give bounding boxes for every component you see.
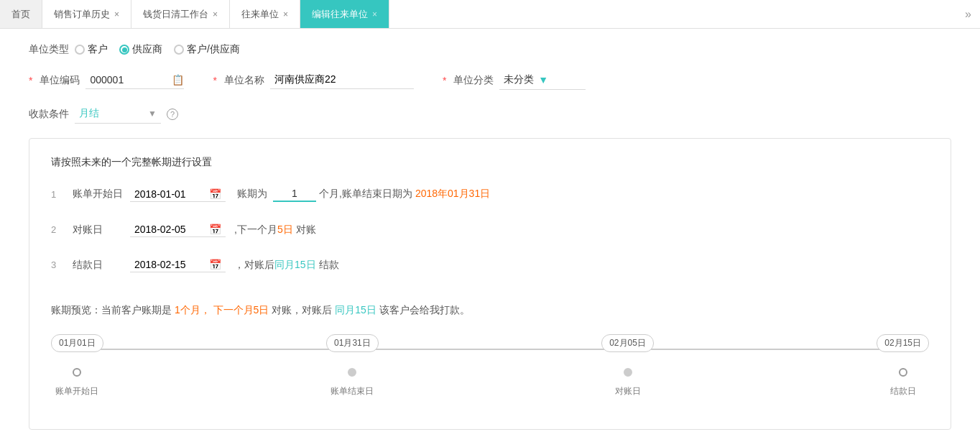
tab-expand-button[interactable]: » [956, 0, 980, 28]
payment-terms-value: 月结 [79, 107, 145, 120]
unit-class-select[interactable]: 未分类 ▼ [499, 70, 586, 90]
preview-reconcile: 下一个月5日 [213, 304, 269, 316]
tab-bar: 首页 销售订单历史 × 钱货日清工作台 × 往来单位 × 编辑往来单位 × » [0, 0, 980, 29]
payment-terms-label: 收款条件 [29, 108, 69, 121]
tab-edit-partner-unit[interactable]: 编辑往来单位 × [300, 0, 389, 28]
payment-terms-select[interactable]: 月结 ▼ [75, 104, 161, 124]
payment-terms-group: 收款条件 月结 ▼ ? [29, 104, 178, 124]
row-3-desc-before: ，对账后 [234, 259, 274, 272]
tab-edit-partner-unit-label: 编辑往来单位 [312, 8, 368, 21]
row-1-num: 1 [51, 189, 73, 200]
preview-section: 账期预览：当前客户账期是 1个月， 下一个月5日 对账，对账后 同月15日 该客… [51, 293, 929, 412]
unit-type-label: 单位类型 [29, 43, 69, 56]
row-3-calendar-icon[interactable]: 📅 [209, 259, 221, 270]
unit-name-required: * [213, 75, 216, 86]
setting-row-2: 2 对账日 📅 ,下一个月 5日 对账 [51, 222, 929, 237]
payment-terms-help-icon[interactable]: ? [167, 109, 178, 120]
expand-icon: » [965, 8, 971, 21]
row-2-calendar-icon[interactable]: 📅 [209, 224, 221, 235]
tab-home[interactable]: 首页 [0, 0, 42, 28]
radio-customer[interactable]: 客户 [75, 43, 108, 56]
unit-code-icon[interactable]: 📋 [172, 74, 184, 86]
unit-class-label: 单位分类 [453, 74, 494, 87]
unit-name-input[interactable] [270, 71, 414, 89]
radio-supplier-label: 供应商 [132, 43, 162, 56]
unit-code-required: * [29, 75, 32, 86]
row-3-highlight: 同月15日 [274, 259, 316, 272]
row-2-num: 2 [51, 224, 73, 235]
timeline-sublabel-3: 结款日 [890, 385, 916, 397]
unit-type-radio-group: 客户 供应商 客户/供应商 [75, 43, 240, 56]
tab-partner-unit-label: 往来单位 [241, 8, 279, 21]
preview-label: 账期预览：当前客户账期是 [51, 304, 172, 316]
unit-name-label: 单位名称 [224, 74, 264, 87]
radio-supplier-circle [119, 45, 129, 55]
timeline-node-2: 02月05日 对账日 [601, 334, 654, 397]
timeline-sublabel-1: 账单结束日 [330, 385, 374, 397]
radio-both-circle [174, 45, 184, 55]
row-1-end-date: 2018年01月31日 [415, 188, 490, 201]
row-1-period-input[interactable] [273, 186, 316, 202]
tab-home-label: 首页 [11, 8, 30, 21]
unit-class-required: * [443, 75, 446, 86]
unit-class-group: * 单位分类 未分类 ▼ [443, 70, 586, 90]
row-1-period-unit: 个月,账单结束日期为 [319, 188, 412, 201]
timeline-dot-1 [348, 368, 356, 377]
radio-customer-circle [75, 45, 85, 55]
timeline: 01月01日 账单开始日 01月31日 账单结束日 02月05日 对账日 [51, 334, 929, 412]
row-2-date-field[interactable] [134, 224, 206, 235]
preview-period: 1个月， [175, 304, 211, 316]
row-3-date-input: 📅 [130, 257, 226, 272]
unit-code-label: 单位编码 [40, 74, 80, 87]
row-3-date-field[interactable] [134, 259, 206, 270]
row-2-highlight: 5日 [277, 224, 293, 236]
close-cash-work-icon[interactable]: × [213, 9, 218, 19]
unit-type-group: 单位类型 客户 供应商 客户/供应商 [29, 43, 240, 56]
row-1-calendar-icon[interactable]: 📅 [209, 188, 221, 200]
close-sales-order-history-icon[interactable]: × [114, 9, 119, 19]
row-1-date-field[interactable] [134, 188, 206, 200]
timeline-label-2: 02月05日 [601, 334, 654, 352]
timeline-sublabel-0: 账单开始日 [55, 385, 98, 397]
unit-code-input[interactable] [85, 71, 172, 88]
row-2-desc-after: 对账 [296, 224, 316, 236]
preview-text: 账期预览：当前客户账期是 1个月， 下一个月5日 对账，对账后 同月15日 该客… [51, 304, 929, 317]
settings-panel: 请按照未来的一个完整帐期进行设置 1 账单开始日 📅 账期为 个月,账单结束日期… [29, 138, 951, 430]
main-content: 单位类型 客户 供应商 客户/供应商 * 单位编码 [0, 29, 980, 437]
timeline-node-1: 01月31日 账单结束日 [326, 334, 379, 397]
setting-row-1: 1 账单开始日 📅 账期为 个月,账单结束日期为 2018年01月31日 [51, 186, 929, 202]
tab-sales-order-history-label: 销售订单历史 [54, 8, 110, 21]
unit-info-row: * 单位编码 📋 * 单位名称 * 单位分类 未分类 ▼ [29, 70, 951, 90]
tab-partner-unit[interactable]: 往来单位 × [230, 0, 300, 28]
unit-code-group: * 单位编码 📋 [29, 71, 184, 89]
timeline-label-3: 02月15日 [877, 334, 929, 352]
radio-both[interactable]: 客户/供应商 [174, 43, 240, 56]
panel-title: 请按照未来的一个完整帐期进行设置 [51, 156, 929, 169]
unit-type-row: 单位类型 客户 供应商 客户/供应商 [29, 43, 951, 56]
timeline-dot-3 [899, 368, 907, 377]
row-2-desc-before: ,下一个月 [234, 224, 277, 236]
payment-terms-arrow-icon: ▼ [148, 109, 157, 119]
timeline-sublabel-2: 对账日 [615, 385, 641, 397]
unit-code-input-wrapper: 📋 [85, 71, 184, 89]
row-3-type: 结款日 [73, 259, 130, 272]
preview-payment-suffix: 该客户会给我打款。 [379, 304, 470, 316]
unit-class-value: 未分类 [504, 73, 534, 86]
tab-sales-order-history[interactable]: 销售订单历史 × [42, 0, 131, 28]
radio-supplier[interactable]: 供应商 [119, 43, 162, 56]
preview-payment: 同月15日 [335, 304, 376, 316]
radio-both-label: 客户/供应商 [187, 43, 240, 56]
timeline-node-3: 02月15日 结款日 [877, 334, 929, 397]
row-2-type: 对账日 [73, 224, 130, 236]
unit-name-group: * 单位名称 [213, 71, 413, 89]
tab-cash-work-label: 钱货日清工作台 [143, 8, 208, 21]
row-1-prefix: 账期为 [237, 188, 267, 201]
preview-reconcile-suffix: 对账，对账后 [272, 304, 332, 316]
close-partner-unit-icon[interactable]: × [283, 9, 288, 19]
radio-customer-label: 客户 [88, 43, 108, 56]
timeline-label-1: 01月31日 [326, 334, 379, 352]
timeline-dot-2 [624, 368, 632, 377]
tab-cash-work[interactable]: 钱货日清工作台 × [131, 0, 230, 28]
close-edit-partner-unit-icon[interactable]: × [372, 9, 377, 19]
timeline-label-0: 01月01日 [51, 334, 103, 352]
